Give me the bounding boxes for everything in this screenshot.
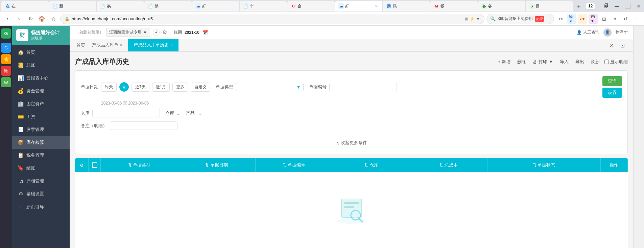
date-yesterday-btn[interactable]: 昨天 [101, 83, 117, 92]
code-filter-input[interactable] [329, 83, 397, 91]
query-button[interactable]: 查询 [602, 76, 622, 86]
company-select[interactable]: 江西酸宝测试专用 ▼ [106, 28, 150, 37]
close-window-icon[interactable]: ✕ [635, 2, 643, 10]
topbar-settings-icon[interactable]: ⚙ [162, 29, 167, 36]
import-button[interactable]: 导入 [558, 58, 571, 66]
home-button[interactable]: 🏠 [37, 14, 47, 24]
add-company-button[interactable]: ＋ [153, 29, 160, 36]
th-warehouse[interactable]: ⇅ 仓库 [333, 158, 410, 172]
sidebar-item-settlement[interactable]: 🔖 结账 [12, 162, 70, 175]
back-button[interactable]: ‹ [3, 14, 12, 24]
sidebar-item-more[interactable]: ＋ 新页引导 [12, 200, 70, 213]
currency-icon[interactable]: ¥▼ [578, 14, 587, 24]
date-7days-btn[interactable]: 近7天 [132, 83, 149, 92]
page-tab-history-close[interactable]: ✕ [170, 43, 173, 47]
lightning-icon[interactable]: ⚡ [470, 17, 475, 21]
page-tab-list-close[interactable]: ✕ [120, 43, 123, 47]
sidebar-item-reports[interactable]: 📊 云报表中心 [12, 72, 70, 85]
th-check[interactable] [89, 158, 101, 172]
app-icon-weibo[interactable]: 微 [1, 66, 11, 76]
th-type[interactable]: ⇅ 单据类型 [101, 158, 178, 172]
refresh-button[interactable]: ↻ [26, 14, 35, 24]
warehouse-filter-input[interactable] [92, 109, 160, 117]
close-panel-button[interactable]: ✕ [606, 40, 617, 51]
tab-12[interactable]: S 目 [526, 1, 573, 12]
breadcrumb-home[interactable]: 首页 [75, 40, 87, 51]
page-tab-history[interactable]: 产成品入库单历史 ✕ [128, 39, 178, 51]
collapse-button[interactable]: ∧ 收起更多条件 [81, 137, 622, 149]
show-detail-toggle[interactable]: 显示明细 [604, 59, 628, 65]
sidebar-item-invoice[interactable]: 🧾 发票管理 [12, 123, 70, 136]
warehouse-ellipsis[interactable]: ... [177, 111, 181, 116]
date-today-btn[interactable]: 今 [119, 82, 129, 92]
app-icon-main[interactable]: G [1, 28, 11, 39]
refresh-button[interactable]: 刷新 [589, 58, 602, 66]
note-detail-input[interactable] [110, 121, 177, 130]
brightness-icon[interactable]: ☀ [610, 14, 620, 24]
minimize-icon[interactable]: — [613, 2, 621, 10]
app-icon-star[interactable]: ⭐ [1, 54, 11, 64]
restore-icon[interactable]: 🗐 [602, 2, 610, 10]
print-button[interactable]: 🖨 打印 ▼ [531, 58, 555, 66]
tab-1[interactable]: 在 在 [1, 1, 49, 12]
tab-3[interactable]: 📄 易 [97, 1, 144, 12]
sidebar-item-ledger[interactable]: 📒 总账 [12, 59, 70, 72]
dropdown-icon[interactable]: ▼ [476, 17, 480, 21]
calendar-icon[interactable]: 📅 [202, 30, 208, 35]
export-button[interactable]: 导出 [573, 58, 586, 66]
sidebar-item-tax[interactable]: 📋 税务管理 [12, 149, 70, 162]
sidebar-item-finance[interactable]: 💰 资金管理 [12, 85, 70, 97]
sidebar-item-assets[interactable]: 🏢 固定资产 [12, 97, 70, 110]
th-code[interactable]: ⇅ 单据编号 [256, 158, 333, 172]
grid-view-icon[interactable]: ⊞ [599, 14, 609, 24]
sidebar-item-inventory[interactable]: 📦 库存核算 [12, 136, 70, 149]
scissors-icon[interactable]: ✂ [556, 14, 566, 24]
tab-6[interactable]: 📄 个 [240, 1, 287, 12]
th-cost[interactable]: ⇅ 总成本 [410, 158, 487, 172]
tab-5[interactable]: ☁ 好 [192, 1, 239, 12]
sidebar-item-home[interactable]: 🏠 首页 [12, 46, 70, 59]
select-all-checkbox[interactable] [92, 162, 97, 168]
th-settings[interactable]: ⚙ [75, 158, 89, 172]
page-tab-list[interactable]: 产成品入库单 ✕ [87, 39, 128, 51]
new-button[interactable]: + 新增 [496, 58, 512, 66]
user-service-button[interactable]: 👤 人工咨询 [577, 29, 599, 35]
maximize-icon[interactable]: ⬜ [624, 2, 632, 10]
sidebar-item-archive[interactable]: 🗂 归档管理 [12, 175, 70, 187]
settings-icon[interactable]: ⋯ [632, 14, 641, 24]
app-icon-chanjet[interactable]: C [1, 43, 11, 53]
th-status[interactable]: ⇅ 单据状态 [487, 158, 601, 172]
back2-icon[interactable]: ↺ [621, 14, 630, 24]
grid-icon[interactable]: ⊞ [465, 17, 468, 21]
tab-7[interactable]: C 企 [287, 1, 335, 12]
tab-9[interactable]: 腾 腾 [383, 1, 430, 12]
expand-panel-button[interactable]: ⊡ [617, 40, 628, 51]
search-bar[interactable]: 🔍 360智能抠图免费用 热搜 [486, 14, 554, 24]
date-custom-btn[interactable]: 自定义 [191, 83, 210, 92]
product-ellipsis[interactable]: ... [197, 111, 201, 116]
date-more-btn[interactable]: 更多 [172, 83, 188, 92]
tab-4[interactable]: 📄 易 [144, 1, 192, 12]
sidebar-item-settings[interactable]: ⚙ 基础设置 [12, 187, 70, 200]
delete-button[interactable]: 删除 [515, 58, 528, 66]
date-1month-btn[interactable]: 近1月 [152, 83, 170, 92]
user-avatar[interactable]: 👤 [603, 28, 612, 37]
tab-11[interactable]: 各 各 [478, 1, 525, 12]
app-icon-mail[interactable]: ✉ [1, 77, 11, 87]
type-select[interactable]: ▼ [236, 83, 304, 91]
tab-2[interactable]: 📄 新 [49, 1, 96, 12]
tab-10[interactable]: M 畅 [430, 1, 478, 12]
url-bar[interactable]: 🔒 https://cloud.chanjet.com/accounting/u… [60, 14, 484, 24]
tab-8-close[interactable]: ✕ [374, 3, 379, 9]
tax-icon: 📋 [18, 152, 24, 158]
game-icon[interactable]: 🎮▼ [589, 14, 598, 24]
show-detail-checkbox[interactable] [604, 60, 609, 64]
tab-8[interactable]: ☁ 好 ✕ [335, 1, 382, 12]
bookmark-button[interactable]: ☆ [49, 14, 58, 24]
new-tab-button[interactable]: ＋ [573, 1, 584, 12]
th-date[interactable]: ⇅ 单据日期 [178, 158, 256, 172]
translate-icon[interactable]: 译▼ [567, 14, 576, 24]
set-button[interactable]: 设置 [602, 88, 622, 98]
forward-button[interactable]: › [14, 14, 24, 24]
sidebar-item-payroll[interactable]: 💳 工资 [12, 110, 70, 123]
